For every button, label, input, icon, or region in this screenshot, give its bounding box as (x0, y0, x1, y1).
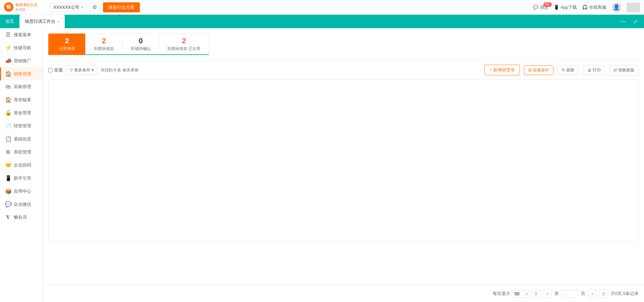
page-next-button[interactable]: ＞ (588, 289, 597, 298)
tab-home-label: 首页 (5, 18, 14, 24)
tab-right-actions: — ⤢ (619, 17, 644, 26)
select-all-checkbox[interactable]: 全选 (48, 67, 63, 73)
related-label: 相关单据 (122, 68, 139, 72)
status-tab-wangpu-count: 0 (139, 37, 143, 45)
toolbar-right: + 新增销货单 ⊞ 批量操作 ↻ 刷新 🖨 打印 ⇄ 切换新版 (484, 65, 639, 75)
filter-dropdown-icon: ▾ (92, 68, 94, 72)
finance-icon: 🔒 (5, 110, 11, 116)
select-all-input[interactable] (48, 68, 53, 72)
sidebar-label-basic-info: 基础信息 (14, 136, 31, 142)
sidebar-label-purchase: 采购管理 (14, 84, 31, 90)
sidebar-item-finance[interactable]: 🔒 资金管理 (0, 106, 43, 119)
company-name: XXXXXX公司 (53, 4, 79, 10)
settings-button[interactable]: ⚙ (90, 2, 100, 12)
sidebar-label-guide: 新手引导 (14, 175, 31, 181)
refresh-button[interactable]: ↻ 刷新 (557, 65, 579, 75)
sidebar-item-quick-nav[interactable]: ⚡ 快捷导航 (0, 41, 43, 54)
sidebar-item-purchase[interactable]: 🛍 采购管理 (0, 80, 43, 93)
tab-home[interactable]: 首页 (0, 15, 19, 28)
total-records-label: 共0页,0条记录 (611, 291, 639, 297)
select-all-label: 全选 (54, 67, 63, 73)
marketing-icon: 📣 (5, 58, 11, 64)
add-sale-button[interactable]: + 新增销货单 (484, 65, 520, 75)
sidebar-item-inventory[interactable]: 🏠 库存核算 (0, 93, 43, 106)
batch-operate-button[interactable]: ⊞ 批量操作 (524, 65, 553, 75)
filter-button[interactable]: ▽ 更多条件 ▾ (66, 65, 97, 75)
tab-qhrq[interactable]: 钱货日清工作台 × (19, 15, 65, 28)
status-tab-wangpu-label: 旺铺待确认 (131, 46, 151, 52)
toolbar-left: 全选 ▽ 更多条件 ▾ 共找到 0 条 相关单据 (48, 65, 481, 75)
sidebar-label-finance: 资金管理 (14, 110, 31, 116)
sidebar-item-basic-info[interactable]: 📋 基础信息 (0, 132, 43, 145)
page-last-button[interactable]: ⟩⟩ (599, 289, 608, 298)
separator (48, 60, 639, 61)
sidebar-item-search-menu[interactable]: ☰ 搜索菜单 (0, 28, 43, 41)
sidebar-label-member: 畅会员 (14, 214, 27, 220)
sidebar-item-enterprise-wechat[interactable]: 💬 企业微信 (0, 198, 43, 211)
per-page-label: 每页显示 (493, 291, 510, 297)
sidebar-item-cooperation[interactable]: 🤝 企业协同 (0, 159, 43, 172)
guide-icon: 📱 (5, 175, 11, 181)
online-service-button[interactable]: 🎧 在线客服 (582, 4, 606, 10)
message-badge: 99+ (543, 2, 552, 7)
switch-label: 切换新版 (618, 67, 634, 73)
app-download-button[interactable]: 📱 App下载 (554, 4, 577, 10)
header-right: 💬 消息 99+ 📱 App下载 🎧 在线客服 👤 (533, 3, 640, 12)
pagination-bar: 每页显示 50 100 200 ⟨⟨ ＜ 第 1 页 ＞ ⟩⟩ 共0页,0条记录 (43, 285, 644, 302)
app-center-icon: 📦 (5, 188, 11, 194)
filter-label: 更多条件 (74, 67, 90, 73)
sidebar-item-guide[interactable]: 📱 新手引导 (0, 172, 43, 185)
per-page-select[interactable]: 50 100 200 (512, 290, 529, 298)
gear-icon: ⚙ (92, 4, 97, 10)
tab-minimize-button[interactable]: — (619, 17, 628, 26)
page-number-input[interactable]: 1 (561, 290, 578, 298)
print-icon: 🖨 (587, 68, 591, 72)
found-text: 共找到 0 条 相关单据 (101, 67, 139, 73)
member-icon: V (5, 214, 11, 220)
tab-close-icon[interactable]: × (57, 19, 59, 23)
sidebar-label-inventory: 库存核算 (14, 97, 31, 103)
status-tab-all[interactable]: 2 全部单据 (48, 34, 85, 55)
headset-icon: 🎧 (582, 5, 588, 10)
page-prev-button[interactable]: ＜ (543, 289, 552, 298)
experience-button[interactable]: 体验行业方案 (103, 2, 140, 12)
sidebar-item-sales[interactable]: 🏠 销售管理 (0, 67, 43, 80)
inventory-icon: 🏠 (5, 97, 11, 103)
sidebar-label-cooperation: 企业协同 (14, 162, 31, 168)
sidebar-item-app-center[interactable]: 📦 应用中心 (0, 185, 43, 198)
status-tab-overdue-label: 到期未收款 (94, 46, 114, 52)
status-tab-all-label: 全部单据 (59, 46, 75, 52)
page-prev-icon: ＜ (545, 291, 549, 297)
refresh-label: 刷新 (567, 67, 575, 73)
filter-icon: ▽ (70, 68, 73, 72)
basic-info-icon: 📋 (5, 136, 11, 142)
content-inner: 2 全部单据 2 到期未收款 0 旺铺待确认 2 到期未收款 已出库 全 (43, 28, 644, 302)
print-button[interactable]: 🖨 打印 (583, 65, 605, 75)
status-tab-shipped-label: 到期未收款 已出库 (167, 46, 201, 52)
status-tab-shipped[interactable]: 2 到期未收款 已出库 (159, 34, 209, 55)
app-download-icon: 📱 (554, 5, 559, 10)
message-button[interactable]: 💬 消息 99+ (533, 4, 548, 10)
company-selector[interactable]: XXXXXX公司 ▾ (50, 3, 87, 12)
status-tab-all-count: 2 (65, 37, 69, 45)
tab-maximize-button[interactable]: ⤢ (631, 17, 640, 26)
sidebar-item-system[interactable]: ⚙ 系统管理 (0, 145, 43, 159)
sidebar-label-marketing: 营销推广 (14, 58, 31, 64)
page-first-button[interactable]: ⟨⟨ (532, 289, 540, 298)
sidebar-item-member[interactable]: V 畅会员 (0, 211, 43, 224)
status-tab-overdue[interactable]: 2 到期未收款 (85, 34, 122, 55)
logo-area: 畅 畅捷通好生意 标准版 (4, 2, 47, 12)
page-last-icon: ⟩⟩ (602, 291, 605, 296)
switch-version-button[interactable]: ⇄ 切换新版 (609, 65, 639, 75)
sidebar-item-marketing[interactable]: 📣 营销推广 (0, 54, 43, 67)
sidebar-item-operations[interactable]: 📄 经营管理 (0, 119, 43, 132)
avatar[interactable]: 👤 (612, 3, 621, 12)
status-tab-shipped-count: 2 (182, 37, 186, 45)
refresh-icon: ↻ (562, 68, 565, 72)
logo-badge: 标准版 (15, 7, 38, 12)
main-content: 2 全部单据 2 到期未收款 0 旺铺待确认 2 到期未收款 已出库 全 (43, 28, 644, 302)
tab-qhrq-label: 钱货日清工作台 (25, 18, 55, 24)
logo-text: 畅捷通好生意 (15, 2, 38, 7)
tab-bar: 首页 钱货日清工作台 × — ⤢ (0, 15, 644, 28)
status-tab-wangpu[interactable]: 0 旺铺待确认 (122, 34, 159, 55)
